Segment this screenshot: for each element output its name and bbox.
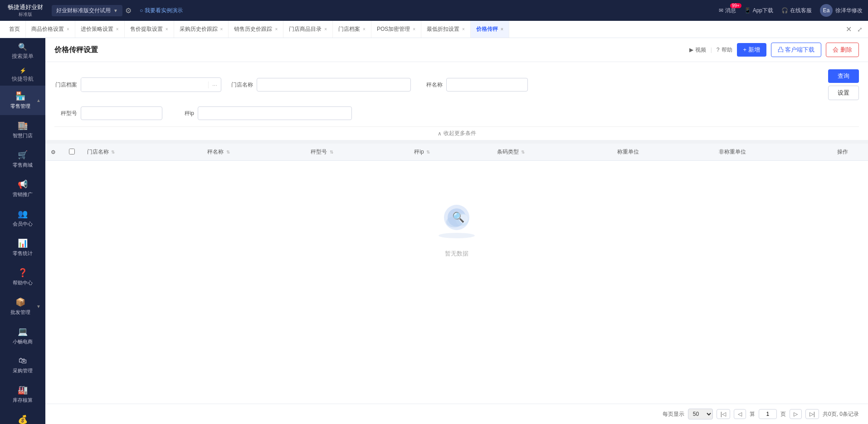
- smart-store-icon: 🏬: [18, 120, 28, 130]
- filter-store-file: 门店档案 ···: [54, 77, 221, 92]
- setting-button[interactable]: 设置: [828, 86, 859, 100]
- scale-model-input[interactable]: [81, 106, 162, 120]
- filter-scale-name: 秤名称: [420, 78, 528, 92]
- tab-price-close[interactable]: ×: [67, 27, 69, 32]
- th-scale-name[interactable]: 秤名称 ⇅: [202, 144, 305, 161]
- sidebar-item-member[interactable]: 👥 会员中心: [0, 203, 45, 233]
- first-page-button[interactable]: |◁: [717, 409, 730, 419]
- empty-text: 暂无数据: [445, 250, 468, 258]
- sidebar-item-capital[interactable]: 💰 资金管理: [0, 409, 45, 424]
- th-scale-model[interactable]: 秤型号 ⇅: [305, 144, 409, 161]
- sidebar-search[interactable]: 🔍 搜索菜单: [0, 38, 45, 65]
- th-store-name-label: 门店名称: [87, 149, 109, 155]
- tab-price-scale[interactable]: 价格传秤 ×: [471, 21, 509, 38]
- sidebar-wholesale-left: 📦 批发管理: [5, 297, 36, 316]
- sidebar-item-wholesale[interactable]: 📦 批发管理 ▼: [0, 292, 45, 321]
- th-ops: 操作: [832, 144, 868, 161]
- tab-min-discount-label: 最低折扣设置: [427, 25, 459, 33]
- sidebar-item-help[interactable]: ❓ 帮助中心: [0, 262, 45, 292]
- tab-sale-history[interactable]: 销售历史价跟踪 ×: [229, 21, 283, 38]
- tab-purchase-strategy[interactable]: 进价策略设置 ×: [75, 21, 125, 38]
- filter-row-1: 门店档案 ··· 门店名称 秤名称 查询 设置: [54, 69, 859, 100]
- sidebar-item-retail-stats[interactable]: 📊 零售统计: [0, 233, 45, 262]
- sidebar-item-xiaochange[interactable]: 💻 小畅电商: [0, 321, 45, 351]
- tab-expand-button[interactable]: ⤢: [855, 26, 864, 33]
- logo-area: 畅捷通好业财 标准版: [5, 3, 45, 18]
- online-service-button[interactable]: 🎧 在线客服: [781, 7, 812, 14]
- scale-name-label: 秤名称: [420, 81, 443, 89]
- tab-min-discount-close[interactable]: ×: [462, 27, 465, 32]
- tab-pos-manage[interactable]: POS加密管理 ×: [371, 21, 421, 38]
- page-label: 算: [750, 410, 755, 418]
- tab-purchase-history[interactable]: 采购历史价跟踪 ×: [174, 21, 229, 38]
- store-file-input-wrapper[interactable]: ···: [81, 77, 221, 92]
- app-download-button[interactable]: 📱 App下载: [744, 7, 773, 14]
- tab-purchase-history-close[interactable]: ×: [220, 27, 223, 32]
- message-button[interactable]: ✉ 消息 99+: [719, 7, 736, 14]
- tab-pos-manage-close[interactable]: ×: [413, 27, 415, 32]
- th-checkbox[interactable]: [63, 144, 82, 161]
- video-link[interactable]: ▶ 视频: [689, 46, 706, 54]
- tab-store-catalog[interactable]: 门店商品目录 ×: [283, 21, 333, 38]
- tab-sale-extract[interactable]: 售价提取设置 ×: [125, 21, 174, 38]
- scale-ip-input[interactable]: [198, 106, 352, 120]
- sidebar-item-online-retail[interactable]: 🛒 零售商城: [0, 145, 45, 174]
- tab-home[interactable]: 首页: [4, 21, 26, 38]
- video-icon: ▶: [689, 47, 693, 53]
- th-store-name[interactable]: 门店名称 ⇅: [82, 144, 202, 161]
- scale-name-input[interactable]: [446, 78, 528, 92]
- th-scale-ip-label: 秤ip: [414, 149, 424, 155]
- tab-close-all-button[interactable]: ✕: [844, 25, 853, 34]
- prev-page-button[interactable]: ◁: [734, 409, 746, 419]
- sidebar-quick-nav-label: 快捷导航: [12, 75, 34, 83]
- help-circle-icon: ?: [717, 47, 720, 53]
- store-name-input[interactable]: [257, 78, 411, 92]
- store-file-input[interactable]: [81, 78, 208, 92]
- sidebar-item-purchase[interactable]: 🛍 采购管理: [0, 351, 45, 380]
- tab-store-file[interactable]: 门店档案 ×: [333, 21, 371, 38]
- tab-min-discount[interactable]: 最低折扣设置 ×: [421, 21, 471, 38]
- tab-purchase-strategy-close[interactable]: ×: [116, 27, 119, 32]
- sidebar-smart-store-label: 智慧门店: [13, 132, 33, 139]
- tab-sale-history-close[interactable]: ×: [275, 27, 278, 32]
- version-settings-button[interactable]: ⚙: [125, 6, 132, 15]
- delete-button[interactable]: 会 删除: [826, 43, 859, 57]
- th-scale-ip[interactable]: 秤ip ⇅: [409, 144, 491, 161]
- version-label: 好业财标准版交付试用: [56, 7, 111, 14]
- wholesale-icon: 📦: [15, 297, 25, 307]
- demo-link[interactable]: ○ 我要看实例演示: [140, 7, 183, 14]
- sidebar-quick-nav[interactable]: ⚡ 快捷导航: [0, 65, 45, 86]
- sidebar-retail-left: 🏪 零售管理: [5, 91, 36, 110]
- next-page-button[interactable]: ▷: [790, 409, 802, 419]
- sidebar-item-smart-store[interactable]: 🏬 智慧门店: [0, 115, 45, 145]
- store-file-dots-button[interactable]: ···: [208, 82, 221, 88]
- tab-price-scale-close[interactable]: ×: [501, 27, 503, 32]
- th-barcode-type[interactable]: 条码类型 ⇅: [492, 144, 612, 161]
- query-button[interactable]: 查询: [828, 69, 859, 83]
- th-settings[interactable]: ⚙: [45, 144, 63, 161]
- collapse-button[interactable]: ∧ 收起更多条件: [438, 130, 476, 137]
- download-button[interactable]: 凸 客户端下载: [771, 43, 822, 57]
- sidebar-item-inventory[interactable]: 🏭 库存核算: [0, 380, 45, 409]
- app-download-label: App下载: [753, 7, 773, 14]
- add-button[interactable]: + 新增: [737, 43, 766, 57]
- sidebar-item-marketing[interactable]: 📢 营销推广: [0, 174, 45, 203]
- tab-store-file-close[interactable]: ×: [363, 27, 366, 32]
- tab-sale-extract-close[interactable]: ×: [166, 27, 168, 32]
- help-link[interactable]: ? 帮助: [717, 46, 732, 54]
- tab-price[interactable]: 商品价格设置 ×: [26, 21, 75, 38]
- page-input[interactable]: [759, 409, 777, 419]
- sidebar-item-retail[interactable]: 🏪 零售管理 ▲: [0, 86, 45, 115]
- chevron-up-icon: ∧: [438, 130, 442, 137]
- tab-store-catalog-close[interactable]: ×: [324, 27, 327, 32]
- select-all-checkbox[interactable]: [69, 149, 75, 154]
- divider-1: |: [711, 47, 712, 53]
- per-page-select[interactable]: 50 10 20 100: [688, 409, 713, 419]
- user-info[interactable]: Ea 徐泽华修改: [820, 4, 863, 17]
- online-service-icon: 🎧: [781, 7, 788, 14]
- user-name: 徐泽华修改: [835, 7, 863, 14]
- sidebar-search-label: 搜索菜单: [12, 53, 34, 60]
- version-select[interactable]: 好业财标准版交付试用 ▼: [52, 5, 122, 16]
- last-page-button[interactable]: ▷|: [805, 409, 819, 419]
- demo-icon: ○: [140, 7, 143, 14]
